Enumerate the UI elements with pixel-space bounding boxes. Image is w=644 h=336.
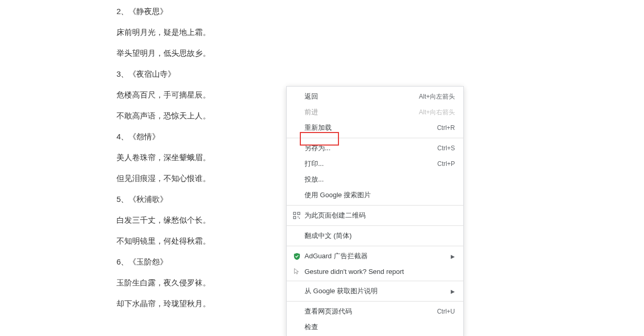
menu-save-as-shortcut: Ctrl+S	[437, 145, 455, 152]
content-line: 5、《秋浦歌》	[116, 193, 273, 206]
menu-qr-label: 为此页面创建二维码	[305, 211, 455, 220]
content-line: 危楼高百尺，手可摘星辰。	[116, 89, 273, 101]
menu-gesture[interactable]: Gesture didn't work? Send report	[287, 264, 463, 279]
menu-inspect-label: 检查	[305, 322, 455, 332]
menu-reload-label: 重新加载	[305, 123, 437, 133]
cursor-icon	[293, 268, 305, 275]
chevron-right-icon: ▶	[451, 254, 455, 259]
content-line: 举头望明月，低头思故乡。	[116, 47, 273, 59]
content-line: 不知明镜里，何处得秋霜。	[116, 235, 273, 247]
menu-separator	[287, 246, 463, 246]
menu-adguard[interactable]: AdGuard 广告拦截器 ▶	[287, 248, 463, 264]
menu-separator	[287, 281, 463, 281]
menu-view-source-shortcut: Ctrl+U	[437, 308, 455, 315]
menu-save-as[interactable]: 另存为... Ctrl+S	[287, 140, 463, 156]
menu-print[interactable]: 打印... Ctrl+P	[287, 156, 463, 172]
menu-adguard-label: AdGuard 广告拦截器	[305, 251, 451, 261]
menu-inspect[interactable]: 检查	[287, 319, 463, 335]
menu-view-source[interactable]: 查看网页源代码 Ctrl+U	[287, 304, 463, 319]
content-line: 美人卷珠帘，深坐颦蛾眉。	[116, 151, 273, 164]
menu-forward: 前进 Alt+向右箭头	[287, 104, 463, 120]
content-line: 床前明月光，疑是地上霜。	[116, 26, 273, 39]
shield-icon	[293, 253, 305, 260]
menu-forward-label: 前进	[305, 107, 419, 117]
menu-translate[interactable]: 翻成中文 (简体)	[287, 228, 463, 244]
menu-separator	[287, 225, 463, 226]
menu-gesture-label: Gesture didn't work? Send report	[305, 268, 455, 275]
svg-rect-0	[294, 212, 296, 214]
content-line: 却下水晶帘，玲珑望秋月。	[116, 297, 273, 310]
menu-search-image[interactable]: 使用 Google 搜索图片	[287, 187, 463, 203]
menu-view-source-label: 查看网页源代码	[305, 307, 437, 316]
menu-separator	[287, 138, 463, 138]
context-menu[interactable]: 返回 Alt+向左箭头 前进 Alt+向右箭头 重新加载 Ctrl+R 另存为.…	[286, 86, 464, 336]
content-line: 3、《夜宿山寺》	[116, 68, 273, 80]
content-line: 6、《玉阶怨》	[116, 256, 273, 268]
menu-qr-code[interactable]: 为此页面创建二维码	[287, 208, 463, 223]
menu-reload-shortcut: Ctrl+R	[437, 124, 455, 131]
menu-separator	[287, 205, 463, 206]
menu-save-as-label: 另存为...	[305, 143, 437, 153]
menu-print-label: 打印...	[305, 159, 437, 169]
menu-reload[interactable]: 重新加载 Ctrl+R	[287, 120, 463, 136]
content-line: 白发三千丈，缘愁似个长。	[116, 214, 273, 226]
menu-cast[interactable]: 投放...	[287, 172, 463, 187]
content-line: 玉阶生白露，夜久侵罗袜。	[116, 277, 273, 289]
qr-icon	[293, 212, 305, 219]
svg-rect-2	[294, 217, 296, 219]
menu-search-image-label: 使用 Google 搜索图片	[305, 190, 455, 200]
menu-separator	[287, 301, 463, 302]
content-line: 不敢高声语，恐惊天上人。	[116, 110, 273, 122]
menu-print-shortcut: Ctrl+P	[437, 160, 455, 167]
svg-rect-3	[298, 217, 299, 218]
svg-rect-4	[299, 218, 300, 219]
menu-google-image-desc[interactable]: 从 Google 获取图片说明 ▶	[287, 283, 463, 299]
content-line: 但见泪痕湿，不知心恨谁。	[116, 172, 273, 185]
chevron-right-icon: ▶	[451, 289, 455, 294]
menu-back-label: 返回	[305, 92, 419, 101]
svg-rect-1	[298, 212, 300, 214]
content-line: 4、《怨情》	[116, 130, 273, 143]
menu-back[interactable]: 返回 Alt+向左箭头	[287, 89, 463, 104]
menu-back-shortcut: Alt+向左箭头	[419, 92, 455, 101]
menu-cast-label: 投放...	[305, 175, 455, 184]
menu-google-image-desc-label: 从 Google 获取图片说明	[305, 286, 451, 296]
content-line: 2、《静夜思》	[116, 5, 273, 18]
article-content: 2、《静夜思》 床前明月光，疑是地上霜。 举头望明月，低头思故乡。 3、《夜宿山…	[116, 5, 273, 318]
menu-translate-label: 翻成中文 (简体)	[305, 231, 455, 241]
menu-forward-shortcut: Alt+向右箭头	[419, 108, 455, 117]
